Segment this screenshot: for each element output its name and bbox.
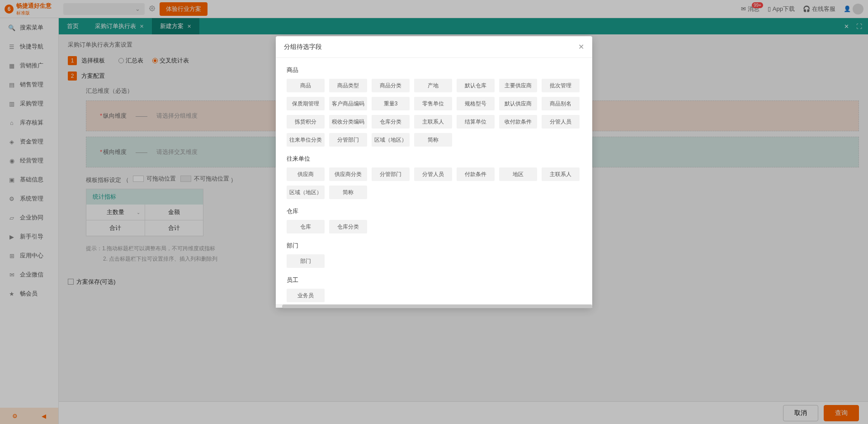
field-group: 商品商品商品类型商品分类产地默认仓库主要供应商批次管理保质期管理客户商品编码重量… <box>287 66 581 147</box>
field-selector-modal: 分组待选字段 ✕ 商品商品商品类型商品分类产地默认仓库主要供应商批次管理保质期管… <box>276 36 592 308</box>
group-title: 往来单位 <box>287 155 581 163</box>
field-chip[interactable]: 简称 <box>329 186 367 199</box>
field-chip[interactable]: 区域（地区） <box>287 186 325 199</box>
field-chip[interactable]: 收付款条件 <box>499 115 537 129</box>
field-group: 往来单位供应商供应商分类分管部门分管人员付款条件地区主联系人区域（地区）简称 <box>287 155 581 199</box>
field-chip[interactable]: 仓库分类 <box>329 220 367 233</box>
field-group: 员工业务员 <box>287 276 581 302</box>
modal-body: 商品商品商品类型商品分类产地默认仓库主要供应商批次管理保质期管理客户商品编码重量… <box>276 58 592 304</box>
field-chip[interactable]: 付款条件 <box>457 167 495 181</box>
close-icon[interactable]: ✕ <box>578 43 584 51</box>
field-chip[interactable]: 供应商分类 <box>329 167 367 181</box>
field-chip[interactable]: 业务员 <box>287 289 325 302</box>
field-chip[interactable]: 规格型号 <box>457 97 495 110</box>
field-chip[interactable]: 分管部门 <box>372 167 410 181</box>
field-chip[interactable]: 主联系人 <box>414 115 452 129</box>
field-chip[interactable]: 税收分类编码 <box>329 115 367 129</box>
group-title: 仓库 <box>287 207 581 215</box>
field-chip[interactable]: 区域（地区） <box>372 133 410 147</box>
field-group: 仓库仓库仓库分类 <box>287 207 581 233</box>
field-chip[interactable]: 仓库分类 <box>372 115 410 129</box>
field-group: 部门部门 <box>287 242 581 268</box>
field-chip[interactable]: 分管人员 <box>542 115 580 129</box>
field-chip[interactable]: 客户商品编码 <box>329 97 367 110</box>
field-chip[interactable]: 零售单位 <box>414 97 452 110</box>
group-title: 商品 <box>287 66 581 74</box>
field-chip[interactable]: 批次管理 <box>542 79 580 92</box>
field-chip[interactable]: 保质期管理 <box>287 97 325 110</box>
field-chip[interactable]: 部门 <box>287 254 325 268</box>
modal-title: 分组待选字段 <box>284 43 322 51</box>
modal-header: 分组待选字段 ✕ <box>276 36 592 58</box>
field-chip[interactable]: 默认仓库 <box>457 79 495 92</box>
field-chip[interactable]: 商品别名 <box>542 97 580 110</box>
field-chip[interactable]: 拣货积分 <box>287 115 325 129</box>
field-chip[interactable]: 默认供应商 <box>499 97 537 110</box>
field-chip[interactable]: 商品分类 <box>372 79 410 92</box>
group-title: 部门 <box>287 242 581 250</box>
field-chip[interactable]: 结算单位 <box>457 115 495 129</box>
field-chip[interactable]: 产地 <box>414 79 452 92</box>
modal-horizontal-scrollbar[interactable] <box>276 304 592 308</box>
field-chip[interactable]: 主联系人 <box>542 167 580 181</box>
field-chip[interactable]: 分管人员 <box>414 167 452 181</box>
field-chip[interactable]: 简称 <box>414 133 452 147</box>
field-chip[interactable]: 商品类型 <box>329 79 367 92</box>
field-chip[interactable]: 主要供应商 <box>499 79 537 92</box>
field-chip[interactable]: 供应商 <box>287 167 325 181</box>
field-chip[interactable]: 往来单位分类 <box>287 133 325 147</box>
scrollbar-thumb <box>282 305 592 308</box>
field-chip[interactable]: 分管部门 <box>329 133 367 147</box>
field-chip[interactable]: 地区 <box>499 167 537 181</box>
field-chip[interactable]: 仓库 <box>287 220 325 233</box>
modal-overlay[interactable]: 分组待选字段 ✕ 商品商品商品类型商品分类产地默认仓库主要供应商批次管理保质期管… <box>0 0 868 424</box>
field-chip[interactable]: 重量3 <box>372 97 410 110</box>
field-chip[interactable]: 商品 <box>287 79 325 92</box>
group-title: 员工 <box>287 276 581 284</box>
